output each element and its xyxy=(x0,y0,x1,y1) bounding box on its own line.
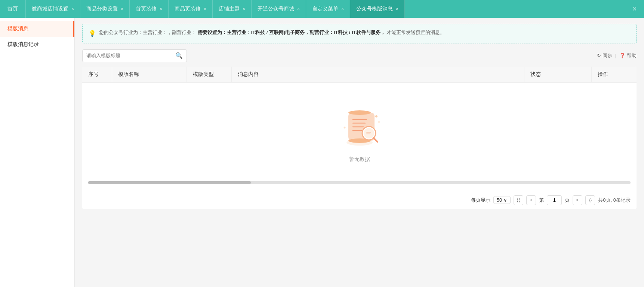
pagination: 每页显示 50 ∨ ⟨⟨ ＜ 第 页 ＞ ⟩⟩ 共0页, 0条记录 xyxy=(82,192,637,209)
top-nav: 首页 微商城店铺设置 × 商品分类设置 × 首页装修 × 商品页装修 × 店铺主… xyxy=(0,0,644,18)
nav-tab-template-msg[interactable]: 公众号模版消息 × xyxy=(350,0,405,18)
search-input[interactable] xyxy=(86,53,175,58)
nav-tab-store-settings[interactable]: 微商城店铺设置 × xyxy=(26,0,80,18)
scroll-bar-area xyxy=(82,178,637,192)
toolbar-right: ↻ 同步 | ❓ 帮助 xyxy=(597,52,637,59)
close-template-msg[interactable]: × xyxy=(396,6,398,12)
close-store-settings[interactable]: × xyxy=(71,6,74,12)
col-content: 消息内容 xyxy=(232,67,524,82)
nav-tab-home-decor[interactable]: 首页装修 × xyxy=(130,0,169,18)
page-summary: 共0页, 0条记录 xyxy=(598,197,631,204)
toolbar-divider: | xyxy=(615,53,616,58)
empty-icon xyxy=(337,105,382,150)
close-all-button[interactable]: × xyxy=(625,5,644,13)
close-mall[interactable]: × xyxy=(297,6,300,12)
scrollbar-thumb xyxy=(88,181,251,184)
search-icon[interactable]: 🔍 xyxy=(175,52,183,59)
svg-point-12 xyxy=(375,115,378,117)
search-bar: 🔍 ↻ 同步 | ❓ 帮助 xyxy=(82,49,637,62)
sidebar: 模版消息 模版消息记录 xyxy=(0,18,75,287)
notice-text-before: 您的公众号行业为：主营行业：，副营行业： xyxy=(99,30,196,35)
nav-tab-menu[interactable]: 自定义菜单 × xyxy=(306,0,350,18)
nav-tab-product-decor[interactable]: 商品页装修 × xyxy=(169,0,213,18)
svg-point-13 xyxy=(378,121,380,123)
close-product-decor[interactable]: × xyxy=(204,6,206,12)
horizontal-scrollbar[interactable] xyxy=(88,181,631,184)
col-index: 序号 xyxy=(82,67,112,82)
notice-banner: 💡 您的公众号行业为：主营行业：，副营行业： 需要设置为：主营行业：IT科技 /… xyxy=(82,24,637,43)
help-icon: ❓ xyxy=(619,53,625,58)
bulb-icon: 💡 xyxy=(89,29,96,39)
nav-tab-home[interactable]: 首页 xyxy=(0,0,26,18)
empty-state: 暂无数据 xyxy=(82,83,637,178)
empty-text: 暂无数据 xyxy=(349,156,370,163)
page-size-select[interactable]: 50 ∨ xyxy=(493,196,511,204)
sidebar-item-template-msg[interactable]: 模版消息 xyxy=(0,21,74,37)
svg-point-1 xyxy=(348,110,371,115)
close-home-decor[interactable]: × xyxy=(160,6,162,12)
notice-highlight: 需要设置为：主营行业：IT科技 / 互联网|电子商务，副营行业：IT科技 / I… xyxy=(198,30,385,35)
help-button[interactable]: ❓ 帮助 xyxy=(619,52,637,59)
page-size-arrow: ∨ xyxy=(503,197,507,203)
page-suffix: 页 xyxy=(565,197,570,204)
table-header: 序号 模版名称 模版类型 消息内容 状态 操作 xyxy=(82,67,637,83)
last-page-button[interactable]: ⟩⟩ xyxy=(585,195,595,205)
search-input-wrap: 🔍 xyxy=(82,49,187,62)
close-category[interactable]: × xyxy=(121,6,123,12)
page-input[interactable] xyxy=(547,195,562,205)
nav-tab-category[interactable]: 商品分类设置 × xyxy=(80,0,130,18)
page-prefix: 第 xyxy=(539,197,544,204)
first-page-button[interactable]: ⟨⟨ xyxy=(514,195,523,205)
notice-text-after: 才能正常发送预置的消息。 xyxy=(386,30,445,35)
col-template-name: 模版名称 xyxy=(112,67,187,82)
sync-button[interactable]: ↻ 同步 xyxy=(597,52,612,59)
content-area: 💡 您的公众号行业为：主营行业：，副营行业： 需要设置为：主营行业：IT科技 /… xyxy=(75,18,644,287)
svg-point-14 xyxy=(343,126,345,128)
sidebar-item-template-msg-records[interactable]: 模版消息记录 xyxy=(0,37,74,52)
main-layout: 模版消息 模版消息记录 💡 您的公众号行业为：主营行业：，副营行业： 需要设置为… xyxy=(0,18,644,287)
data-table: 序号 模版名称 模版类型 消息内容 状态 操作 xyxy=(82,67,637,209)
sync-icon: ↻ xyxy=(597,53,601,58)
svg-point-8 xyxy=(364,128,374,138)
svg-line-9 xyxy=(373,138,378,142)
nav-tab-mall[interactable]: 开通公众号商城 × xyxy=(252,0,306,18)
prev-page-button[interactable]: ＜ xyxy=(526,195,536,205)
col-template-type: 模版类型 xyxy=(187,67,232,82)
next-page-button[interactable]: ＞ xyxy=(573,195,582,205)
page-size-value: 50 xyxy=(497,197,502,203)
col-status: 状态 xyxy=(524,67,592,82)
col-action: 操作 xyxy=(592,67,637,82)
page-size-label: 每页显示 xyxy=(471,197,490,204)
close-menu[interactable]: × xyxy=(341,6,344,12)
close-theme[interactable]: × xyxy=(243,6,245,12)
nav-tab-theme[interactable]: 店铺主题 × xyxy=(213,0,252,18)
